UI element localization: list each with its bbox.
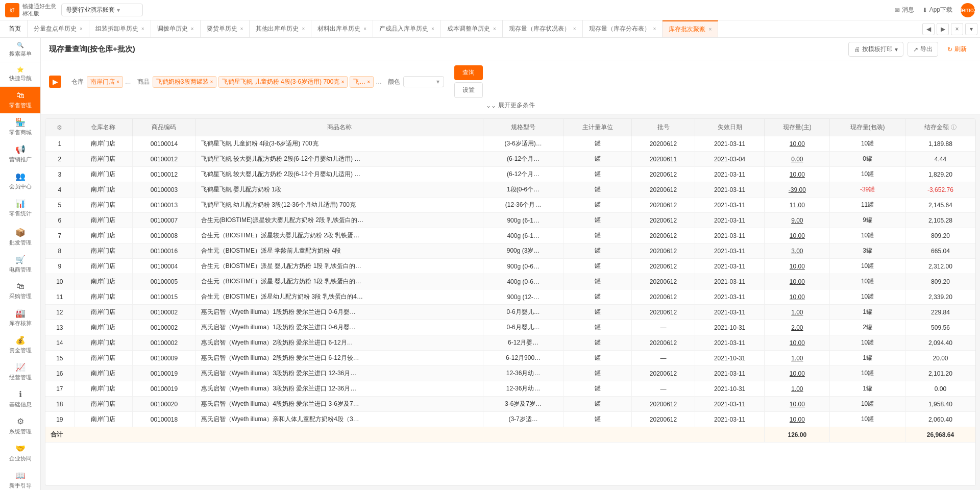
download-icon: ⬇ (922, 7, 927, 14)
close-icon[interactable]: × (80, 26, 83, 32)
close-icon[interactable]: × (431, 26, 434, 32)
sidebar-item-purchase[interactable]: 🛍 采购管理 (0, 278, 40, 304)
tab-home[interactable]: 首页 (3, 20, 28, 38)
sidebar-search[interactable]: 🔍 搜索菜单 (0, 38, 40, 62)
messages-btn[interactable]: ✉ 消息 (895, 6, 914, 14)
sidebar-item-warehouse[interactable]: 🏭 库存核算 (0, 304, 40, 331)
color-filter-input[interactable]: ▾ (403, 76, 444, 87)
sidebar-item-retail-stats[interactable]: 📊 零售统计 (0, 194, 40, 222)
print-btn[interactable]: 🖨 按模板打印 ▾ (848, 42, 903, 57)
sidebar-item-member[interactable]: 👥 会员中心 (0, 167, 40, 194)
sidebar-item-retail-mgmt[interactable]: 🛍 零售管理 (0, 87, 40, 113)
remove-goods-tag3-btn[interactable]: × (367, 79, 370, 85)
data-table-area: ⚙ 仓库名称 商品编码 商品名称 规格型号 主计量单位 批号 失效日期 现存量(… (45, 118, 976, 486)
cell-stock-main[interactable]: 10.00 (765, 397, 830, 412)
remove-goods-tag1-btn[interactable]: × (210, 79, 213, 85)
tab-inventory-status[interactable]: 现存量（库存状况表） × (503, 20, 583, 38)
cell-batch: — (632, 320, 695, 335)
tab-prev-btn[interactable]: ◀ (922, 23, 935, 35)
cell-stock-main[interactable]: -39.00 (765, 182, 830, 198)
export-btn[interactable]: ↗ 导出 (908, 42, 938, 57)
settings-btn[interactable]: 设置 (454, 82, 483, 98)
account-selector[interactable]: 母婴行业演示账套 ▾ (61, 4, 143, 16)
filter-row-main: ▶ 仓库 南岸门店 × … 商品 飞鹤奶粉3段两罐装 (49, 65, 972, 98)
cell-expire: 2021-03-11 (695, 167, 765, 182)
expand-more-conditions[interactable]: ⌄⌄ 展开更多条件 (486, 101, 535, 110)
sidebar-item-guide[interactable]: 📖 新手引导 (0, 467, 40, 490)
cell-stock-main[interactable]: 1.00 (765, 305, 830, 320)
query-btn[interactable]: 查询 (454, 65, 483, 80)
close-icon[interactable]: × (141, 26, 144, 32)
sidebar-item-basic-info[interactable]: ℹ 基础信息 (0, 385, 40, 412)
cell-stock-main[interactable]: 0.00 (765, 152, 830, 167)
sidebar-item-ecommerce[interactable]: 🛒 电商管理 (0, 251, 40, 278)
cell-stock-main[interactable]: 10.00 (765, 366, 830, 381)
close-icon[interactable]: × (493, 26, 496, 32)
filter-expand-btn[interactable]: ▶ (49, 76, 61, 88)
app-download-btn[interactable]: ⬇ App下载 (922, 6, 952, 14)
tab-close-btn[interactable]: × (951, 23, 963, 35)
remove-goods-tag2-btn[interactable]: × (341, 79, 344, 85)
cell-stock-main[interactable]: 10.00 (765, 335, 830, 351)
tab-next-btn[interactable]: ▶ (937, 23, 949, 35)
remove-warehouse-tag-btn[interactable]: × (116, 79, 119, 85)
tab-other-outbound[interactable]: 其他出库单历史 × (250, 20, 311, 38)
refresh-btn[interactable]: ↻ 刷新 (942, 42, 972, 56)
close-icon[interactable]: × (363, 26, 366, 32)
cell-batch: 20200612 (632, 305, 695, 320)
cell-stock-main[interactable]: 10.00 (765, 289, 830, 305)
user-avatar[interactable]: demo2 (961, 3, 975, 17)
cell-stock-main[interactable]: 1.00 (765, 381, 830, 397)
tab-menu-btn[interactable]: ▾ (965, 23, 977, 35)
cell-stock-main[interactable]: 3.00 (765, 243, 830, 259)
cell-stock-main[interactable]: 9.00 (765, 213, 830, 228)
cell-stock-main[interactable]: 10.00 (765, 412, 830, 427)
cell-stock-main[interactable]: 10.00 (765, 167, 830, 182)
cell-expire: 2021-03-11 (695, 228, 765, 243)
tab-requisition[interactable]: 要货单历史 × (201, 20, 250, 38)
cell-stock-main[interactable]: 10.00 (765, 259, 830, 274)
cell-expire: 2021-10-31 (695, 351, 765, 366)
close-icon[interactable]: × (191, 26, 194, 32)
tab-split-inventory[interactable]: 分量盘点单历史 × (28, 20, 89, 38)
warehouse-more-btn[interactable]: … (125, 78, 131, 85)
th-balance: 结存金额 ⓘ (905, 119, 975, 136)
sidebar-item-wholesale[interactable]: 📦 批发管理 (0, 224, 40, 251)
sidebar-item-marketing[interactable]: 📢 营销推广 (0, 140, 40, 167)
sidebar-item-finance[interactable]: 💰 资金管理 (0, 331, 40, 358)
th-settings[interactable]: ⚙ (45, 119, 74, 136)
sidebar-quick-nav[interactable]: ⭐ 快捷导航 (0, 62, 40, 87)
cell-no: 1 (45, 136, 74, 152)
sidebar-item-retail-shop[interactable]: 🏪 零售商城 (0, 113, 40, 140)
sidebar-item-enterprise[interactable]: 🤝 企业协同 (0, 439, 40, 467)
sidebar-item-system[interactable]: ⚙ 系统管理 (0, 412, 40, 439)
cell-warehouse: 南岸门店 (74, 213, 133, 228)
cell-code: 00100015 (133, 289, 195, 305)
close-icon[interactable]: × (240, 26, 243, 32)
cell-expire: 2021-03-11 (695, 397, 765, 412)
cell-stock-main[interactable]: 10.00 (765, 274, 830, 289)
tab-disassemble[interactable]: 组装拆卸单历史 × (89, 20, 151, 38)
warehouse-tags: 南岸门店 × … (87, 76, 131, 88)
close-icon[interactable]: × (708, 27, 712, 32)
table-row: 17 南岸门店 00100019 惠氏启智（Wyeth illuma）3段奶粉 … (45, 381, 975, 397)
sidebar-item-operation[interactable]: 📈 经营管理 (0, 358, 40, 385)
tab-inventory-dist[interactable]: 现存量（库存分布表） × (583, 20, 663, 38)
close-icon[interactable]: × (573, 26, 576, 32)
cell-code: 00100016 (133, 243, 195, 259)
tab-warehouse-batch[interactable]: 库存批次聚账 × (663, 20, 718, 38)
cell-stock-main[interactable]: 2.00 (765, 320, 830, 335)
cell-stock-main[interactable]: 10.00 (765, 136, 830, 152)
close-icon[interactable]: × (302, 26, 305, 32)
tab-material-outbound[interactable]: 材料出库单历史 × (311, 20, 373, 38)
tab-product-inbound[interactable]: 产成品入库单历史 × (373, 20, 441, 38)
tab-transfer[interactable]: 调拨单历史 × (151, 20, 201, 38)
info-icon[interactable]: ⓘ (951, 124, 957, 130)
cell-stock-main[interactable]: 11.00 (765, 198, 830, 213)
tab-cost-adjust[interactable]: 成本调整单历史 × (441, 20, 503, 38)
close-icon[interactable]: × (653, 26, 656, 32)
cell-warehouse: 南岸门店 (74, 228, 133, 243)
goods-more-btn[interactable]: … (376, 78, 382, 85)
cell-stock-main[interactable]: 1.00 (765, 351, 830, 366)
cell-stock-main[interactable]: 10.00 (765, 228, 830, 243)
